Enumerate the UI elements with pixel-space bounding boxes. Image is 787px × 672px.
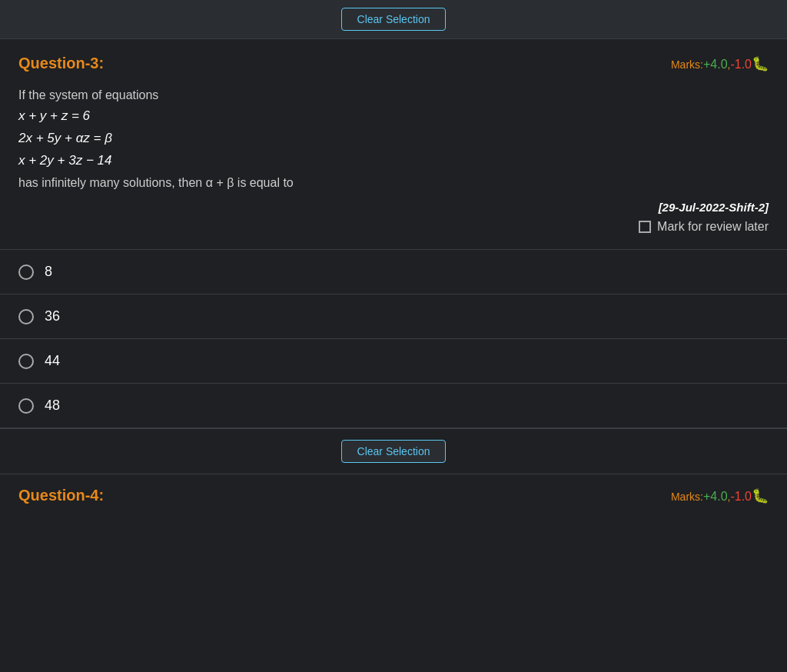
mark-review-label: Mark for review later <box>657 220 769 234</box>
option-row-3[interactable]: 44 <box>0 339 787 384</box>
top-clear-bar: Clear Selection <box>0 0 787 39</box>
top-clear-selection-button[interactable]: Clear Selection <box>341 8 447 31</box>
q4-marks-positive: +4.0 <box>703 490 728 503</box>
marks-negative: -1.0 <box>730 58 752 71</box>
q4-marks-label: Marks: <box>671 491 703 503</box>
question3-eq3: x + 2y + 3z − 14 <box>18 150 769 172</box>
q4-bug-icon[interactable]: 🐛 <box>752 488 769 504</box>
bug-icon[interactable]: 🐛 <box>752 56 769 72</box>
bottom-clear-bar: Clear Selection <box>0 428 787 474</box>
mark-review-row: Mark for review later <box>18 220 769 234</box>
option-label-3: 44 <box>45 353 60 369</box>
question3-block: Question-3: Marks:+4.0,-1.0🐛 If the syst… <box>0 39 787 249</box>
option-row-4[interactable]: 48 <box>0 384 787 428</box>
question3-line1: If the system of equations <box>18 85 769 105</box>
q4-marks-negative: -1.0 <box>730 490 752 503</box>
question3-marks: Marks:+4.0,-1.0🐛 <box>671 55 769 72</box>
bottom-clear-selection-button[interactable]: Clear Selection <box>341 440 447 463</box>
option-row-1[interactable]: 8 <box>0 250 787 294</box>
option-radio-1[interactable] <box>18 264 34 280</box>
option-radio-3[interactable] <box>18 354 34 369</box>
question3-eq1: x + y + z = 6 <box>18 105 769 128</box>
marks-positive: +4.0 <box>703 58 728 71</box>
option-row-2[interactable]: 36 <box>0 294 787 339</box>
question3-title: Question-3: <box>18 55 104 72</box>
option-radio-4[interactable] <box>18 398 34 414</box>
options-list: 8 36 44 48 <box>0 250 787 428</box>
question4-header: Question-4: Marks:+4.0,-1.0🐛 <box>0 474 787 524</box>
question3-eq2: 2x + 5y + αz = β <box>18 128 769 150</box>
question4-title: Question-4: <box>18 487 104 504</box>
question3-header: Question-3: Marks:+4.0,-1.0🐛 <box>18 55 769 72</box>
question3-reference: [29-Jul-2022-Shift-2] <box>18 201 769 214</box>
option-label-4: 48 <box>45 398 60 414</box>
option-label-2: 36 <box>45 308 60 324</box>
question4-title-row: Question-4: Marks:+4.0,-1.0🐛 <box>18 487 769 504</box>
question3-line2: has infinitely many solutions, then α + … <box>18 172 769 193</box>
mark-review-checkbox[interactable] <box>639 221 651 233</box>
option-label-1: 8 <box>45 264 52 280</box>
question3-body: If the system of equations x + y + z = 6… <box>18 85 769 193</box>
question4-marks: Marks:+4.0,-1.0🐛 <box>671 487 769 504</box>
marks-label: Marks: <box>671 58 703 71</box>
option-radio-2[interactable] <box>18 309 34 324</box>
